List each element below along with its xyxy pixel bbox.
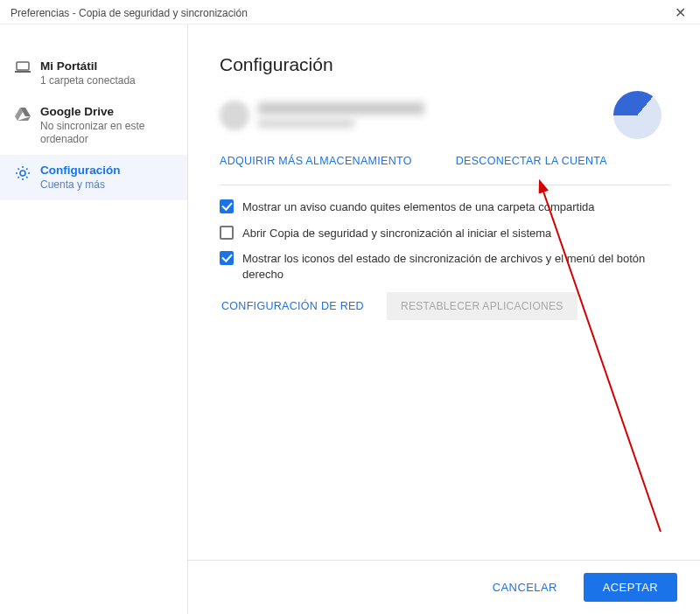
- options-group: Mostrar un aviso cuando quites elementos…: [220, 199, 670, 282]
- checkbox-label: Mostrar los iconos del estado de sincron…: [242, 251, 670, 282]
- sidebar: Mi Portátil 1 carpeta conectada Google D…: [0, 24, 188, 614]
- laptop-icon: [12, 59, 33, 87]
- main-panel: Configuración ADQUIRIR MÁS ALMACENAMIENT…: [188, 24, 700, 614]
- network-settings-button[interactable]: CONFIGURACIÓN DE RED: [220, 293, 366, 319]
- accept-button[interactable]: ACEPTAR: [584, 573, 677, 602]
- drive-icon: [12, 105, 33, 146]
- storage-pie-icon: [613, 91, 662, 139]
- sidebar-item-subtitle: Cuenta y más: [40, 178, 121, 192]
- gear-icon: [12, 164, 33, 192]
- svg-point-5: [20, 171, 25, 176]
- sidebar-item-settings[interactable]: Configuración Cuenta y más: [0, 155, 187, 200]
- window-title: Preferencias - Copia de seguridad y sinc…: [10, 7, 248, 19]
- sidebar-item-label: Mi Portátil: [40, 59, 136, 73]
- close-icon[interactable]: ✕: [671, 4, 690, 21]
- option-row: Mostrar los iconos del estado de sincron…: [220, 251, 670, 282]
- account-sub-redacted: [258, 119, 354, 128]
- sidebar-item-label: Google Drive: [40, 105, 177, 118]
- reset-apps-button: RESTABLECER APLICACIONES: [387, 292, 578, 320]
- svg-rect-1: [15, 71, 31, 73]
- page-title: Configuración: [220, 54, 670, 75]
- sidebar-item-drive[interactable]: Google Drive No sincronizar en este orde…: [0, 96, 187, 155]
- disconnect-account-button[interactable]: DESCONECTAR LA CUENTA: [456, 151, 607, 171]
- option-row: Abrir Copia de seguridad y sincronizació…: [220, 226, 670, 241]
- buy-storage-button[interactable]: ADQUIRIR MÁS ALMACENAMIENTO: [220, 151, 412, 171]
- titlebar: Preferencias - Copia de seguridad y sinc…: [0, 0, 700, 24]
- footer: CANCELAR ACEPTAR: [188, 560, 700, 614]
- checkbox-label: Mostrar un aviso cuando quites elementos…: [242, 199, 595, 215]
- sidebar-item-label: Configuración: [40, 164, 121, 177]
- cancel-button[interactable]: CANCELAR: [482, 573, 568, 602]
- checkbox-label: Abrir Copia de seguridad y sincronizació…: [242, 226, 551, 241]
- account-name-redacted: [258, 102, 424, 115]
- avatar: [220, 101, 249, 130]
- sidebar-item-subtitle: 1 carpeta conectada: [40, 74, 136, 87]
- checkbox-open-on-start[interactable]: [220, 226, 234, 240]
- checkbox-shared-warning[interactable]: [220, 199, 234, 213]
- checkbox-sync-icons[interactable]: [220, 251, 234, 265]
- svg-rect-0: [17, 62, 29, 70]
- sidebar-item-laptop[interactable]: Mi Portátil 1 carpeta conectada: [0, 51, 187, 96]
- account-row: [220, 91, 670, 139]
- sidebar-item-subtitle: No sincronizar en este ordenador: [40, 120, 177, 146]
- option-row: Mostrar un aviso cuando quites elementos…: [220, 199, 670, 215]
